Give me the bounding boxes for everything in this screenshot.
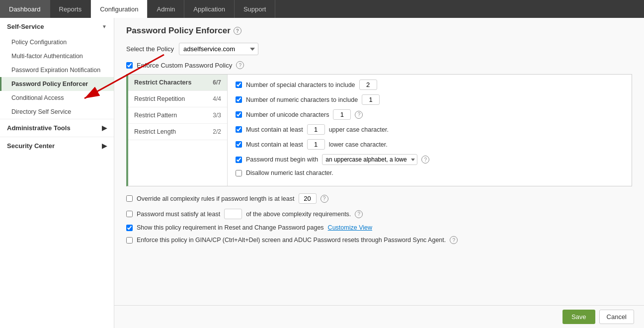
- panel-item-restrict-pattern[interactable]: Restrict Pattern 3/3: [128, 107, 227, 124]
- enforce-checkbox[interactable]: [126, 62, 133, 69]
- begin-with-select[interactable]: an uppercase alphabet, a lowe: [322, 154, 417, 165]
- bottom-options: Override all complexity rules if passwor…: [126, 193, 632, 244]
- tab-configuration[interactable]: Configuration: [91, 0, 148, 18]
- sidebar-item-directory-self-service[interactable]: Directory Self Service: [0, 105, 114, 119]
- option-numeric-chars: Number of numeric characters to include: [236, 94, 624, 105]
- satisfy-least-input[interactable]: [224, 209, 242, 219]
- save-button[interactable]: Save: [563, 310, 595, 324]
- override-complexity-input[interactable]: [299, 193, 317, 204]
- sidebar-item-mfa[interactable]: Multi-factor Authentication: [0, 49, 114, 63]
- tab-reports[interactable]: Reports: [50, 0, 91, 18]
- option-begin-with: Password must begin with an uppercase al…: [236, 154, 624, 165]
- sidebar-item-password-policy[interactable]: Password Policy Enforcer: [0, 77, 114, 91]
- lower-case-checkbox[interactable]: [236, 141, 242, 148]
- override-complexity-help-icon[interactable]: ?: [321, 195, 328, 203]
- sidebar-section-security-center[interactable]: Security Center ▶: [0, 137, 114, 155]
- numeric-chars-input[interactable]: [362, 94, 380, 105]
- unicode-help-icon[interactable]: ?: [355, 111, 363, 119]
- top-nav: Dashboard Reports Configuration Admin Ap…: [0, 0, 644, 18]
- customize-view-link[interactable]: Customize View: [328, 224, 372, 231]
- option-upper-case: Must contain at least upper case charact…: [236, 124, 624, 135]
- policy-label: Select the Policy: [126, 45, 174, 53]
- panel-item-restrict-length[interactable]: Restrict Length 2/2: [128, 124, 227, 140]
- policy-select[interactable]: adselfservice.com: [179, 43, 258, 55]
- special-chars-checkbox[interactable]: [236, 82, 242, 88]
- begin-with-help-icon[interactable]: ?: [421, 156, 429, 164]
- show-policy-row: Show this policy requirement in Reset an…: [126, 224, 632, 231]
- enforce-help-icon[interactable]: ?: [236, 61, 244, 69]
- policy-selector-row: Select the Policy adselfservice.com: [126, 43, 632, 55]
- tab-support[interactable]: Support: [235, 0, 276, 18]
- override-complexity-row: Override all complexity rules if passwor…: [126, 193, 632, 204]
- option-lower-case: Must contain at least lower case charact…: [236, 139, 624, 150]
- enforce-label[interactable]: Enforce Custom Password Policy: [137, 62, 232, 69]
- option-special-chars: Number of special characters to include: [236, 80, 624, 90]
- enforce-gina-checkbox[interactable]: [126, 237, 133, 244]
- sidebar-item-password-expiry[interactable]: Password Expiration Notification: [0, 63, 114, 77]
- option-unicode-chars: Number of unicode characters ?: [236, 109, 624, 120]
- enforce-gina-help-icon[interactable]: ?: [450, 236, 458, 244]
- option-no-numeric-last: Disallow numeric last character.: [236, 169, 624, 176]
- chevron-right-icon-2: ▶: [102, 142, 107, 150]
- sidebar-item-conditional-access[interactable]: Conditional Access: [0, 91, 114, 105]
- panel-item-restrict-chars[interactable]: Restrict Characters 6/7: [128, 75, 227, 91]
- panel-item-restrict-rep[interactable]: Restrict Repetition 4/4: [128, 91, 227, 107]
- sidebar: Self-Service ▼ Policy Configuration Mult…: [0, 18, 114, 328]
- page-title: Password Policy Enforcer ?: [126, 26, 632, 36]
- show-policy-checkbox[interactable]: [126, 225, 133, 231]
- upper-case-checkbox[interactable]: [236, 126, 242, 133]
- title-help-icon[interactable]: ?: [234, 27, 242, 35]
- numeric-chars-checkbox[interactable]: [236, 96, 242, 103]
- chevron-down-icon: ▼: [102, 24, 107, 29]
- tab-dashboard[interactable]: Dashboard: [0, 0, 50, 18]
- panel-left-nav: Restrict Characters 6/7 Restrict Repetit…: [128, 75, 228, 186]
- upper-case-input[interactable]: [307, 124, 325, 135]
- special-chars-input[interactable]: [359, 80, 377, 90]
- begin-with-checkbox[interactable]: [236, 157, 242, 163]
- no-numeric-last-checkbox[interactable]: [236, 170, 242, 176]
- sidebar-section-admin-tools[interactable]: Administrative Tools ▶: [0, 119, 114, 137]
- unicode-chars-checkbox[interactable]: [236, 111, 242, 118]
- sidebar-section-self-service[interactable]: Self-Service ▼: [0, 18, 114, 35]
- footer-bar: Save Cancel: [114, 305, 644, 328]
- override-complexity-checkbox[interactable]: [126, 195, 133, 202]
- chevron-right-icon: ▶: [102, 124, 107, 132]
- lower-case-input[interactable]: [307, 139, 325, 150]
- satisfy-least-checkbox[interactable]: [126, 211, 133, 217]
- enforce-row: Enforce Custom Password Policy ?: [126, 61, 632, 69]
- sidebar-self-service-items: Policy Configuration Multi-factor Authen…: [0, 35, 114, 119]
- tab-admin[interactable]: Admin: [148, 0, 184, 18]
- tab-application[interactable]: Application: [184, 0, 235, 18]
- sidebar-item-policy-config[interactable]: Policy Configuration: [0, 35, 114, 49]
- panel-right-options: Number of special characters to include …: [228, 75, 632, 186]
- content-area: Password Policy Enforcer ? Select the Po…: [114, 18, 644, 328]
- satisfy-least-help-icon[interactable]: ?: [355, 210, 363, 218]
- unicode-chars-input[interactable]: [333, 109, 351, 120]
- enforce-gina-row: Enforce this policy in GINA/CP (Ctrl+Alt…: [126, 236, 632, 244]
- inner-panel: Restrict Characters 6/7 Restrict Repetit…: [126, 74, 632, 186]
- cancel-button[interactable]: Cancel: [599, 310, 634, 324]
- satisfy-least-row: Password must satisfy at least of the ab…: [126, 209, 632, 219]
